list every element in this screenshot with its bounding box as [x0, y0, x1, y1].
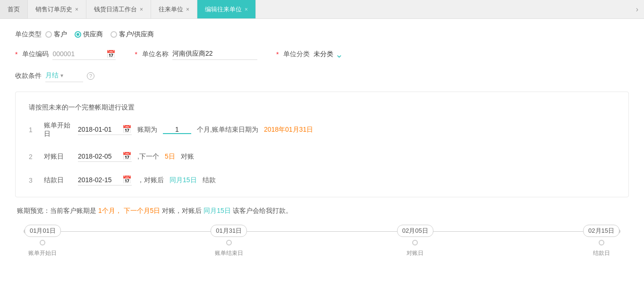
period-desc-1-pre: 账期为 — [137, 126, 157, 134]
period-date-1-input[interactable] — [78, 126, 120, 133]
period-desc-2-post: 对账 — [181, 152, 194, 161]
radio-customer-circle — [45, 31, 52, 38]
unit-name-input[interactable] — [172, 48, 257, 60]
tl-dot-3 — [412, 240, 418, 245]
preview-part1: 1个月， — [98, 207, 122, 214]
tab-more-button[interactable]: › — [630, 0, 644, 18]
payment-help-icon[interactable]: ? — [87, 72, 94, 80]
tab-sales-history[interactable]: 销售订单历史 × — [28, 0, 86, 18]
unit-code-input-wrap: 📅 — [52, 48, 116, 60]
tl-label-1: 账单开始日 — [28, 249, 57, 257]
period-date-3-input[interactable] — [78, 176, 120, 184]
tl-badge-1: 01月01日 — [25, 225, 61, 237]
unit-class-group: * 单位分类 未分类 ⌄ — [276, 49, 343, 60]
period-settings-box: 请按照未来的一个完整帐期进行设置 1 账单开始日 📅 账期为 个月,账单结束日期… — [15, 92, 629, 197]
preview-suffix: 该客户会给我打款。 — [233, 207, 292, 214]
tl-badge-3: 02月05日 — [397, 225, 433, 237]
tl-point-3: 02月05日 对账日 — [397, 225, 433, 257]
tl-point-4: 02月15日 结款日 — [583, 225, 619, 257]
period-num-2: 2 — [29, 153, 38, 160]
tl-label-4: 结款日 — [593, 249, 610, 257]
unit-class-arrow: ⌄ — [335, 49, 343, 60]
period-desc-3-post: 结款 — [203, 176, 216, 185]
timeline-line-container: 01月01日 账单开始日 01月31日 账单结束日 02月05日 对账日 02月… — [25, 225, 619, 257]
radio-customer[interactable]: 客户 — [45, 30, 67, 39]
unit-code-icon[interactable]: 📅 — [106, 50, 116, 59]
tl-point-2: 01月31日 账单结束日 — [211, 225, 247, 257]
period-desc-1-post: 个月,账单结束日期为 — [197, 126, 258, 134]
tl-dot-4 — [599, 240, 604, 245]
unit-name-star: * — [135, 51, 137, 58]
tab-cash-work[interactable]: 钱货日清工作台 × — [86, 0, 151, 18]
period-date-3-cal[interactable]: 📅 — [122, 175, 132, 184]
unit-name-label: 单位名称 — [142, 50, 169, 59]
tl-badge-2: 01月31日 — [211, 225, 247, 237]
timeline: 01月01日 账单开始日 01月31日 账单结束日 02月05日 对账日 02月… — [15, 225, 629, 257]
period-row-2: 2 对账日 📅 ,下一个 5日 对账 — [29, 152, 615, 162]
radio-supplier-circle — [75, 31, 81, 38]
tl-point-1: 01月01日 账单开始日 — [25, 225, 61, 257]
preview-text: 账期预览：当前客户账期是 1个月， 下一个月5日 对账，对账后 同月15日 该客… — [15, 207, 629, 215]
tl-dot-2 — [226, 240, 232, 245]
radio-supplier[interactable]: 供应商 — [75, 30, 103, 39]
period-date-2-input[interactable] — [78, 152, 120, 160]
period-label-1: 账单开始日 — [44, 121, 72, 138]
period-months-input[interactable] — [163, 126, 191, 134]
unit-type-label: 单位类型 — [15, 30, 42, 39]
unit-class-select[interactable]: 未分类 ⌄ — [314, 49, 343, 60]
period-num-1: 1 — [29, 126, 38, 134]
unit-class-value: 未分类 — [314, 50, 333, 59]
tab-cash-work-close[interactable]: × — [140, 6, 143, 13]
tab-edit-partner-label: 编辑往来单位 — [205, 5, 242, 14]
tl-dot-1 — [40, 240, 45, 245]
unit-code-star: * — [15, 51, 17, 58]
tab-edit-partner[interactable]: 编辑往来单位 × — [197, 0, 256, 18]
timeline-points: 01月01日 账单开始日 01月31日 账单结束日 02月05日 对账日 02月… — [25, 225, 619, 257]
tab-sales-history-close[interactable]: × — [75, 6, 78, 13]
tab-cash-work-label: 钱货日清工作台 — [94, 5, 137, 14]
radio-both-label: 客户/供应商 — [119, 30, 154, 39]
tab-home[interactable]: 首页 — [0, 0, 28, 18]
unit-code-input[interactable] — [52, 48, 104, 59]
radio-customer-label: 客户 — [54, 30, 67, 39]
period-date-2-wrap: 📅 — [78, 152, 132, 162]
period-desc-2-highlight: 5日 — [165, 152, 175, 161]
unit-code-label: 单位编码 — [22, 50, 49, 59]
tab-partner-units-label: 往来单位 — [159, 5, 183, 14]
period-row-1: 1 账单开始日 📅 账期为 个月,账单结束日期为 2018年01月31日 — [29, 121, 615, 138]
tab-partner-units[interactable]: 往来单位 × — [151, 0, 197, 18]
period-date-3-wrap: 📅 — [78, 175, 132, 186]
period-date-1-cal[interactable]: 📅 — [122, 125, 132, 134]
period-end-date-highlight: 2018年01月31日 — [264, 126, 313, 134]
tl-label-3: 对账日 — [407, 249, 424, 257]
tab-home-label: 首页 — [8, 5, 20, 14]
period-label-3: 结款日 — [44, 176, 72, 185]
preview-part3: 同月15日 — [203, 207, 231, 214]
payment-cond-value: 月结 — [45, 71, 59, 80]
payment-cond-select[interactable]: 月结 ▾ — [45, 69, 83, 82]
period-row-3: 3 结款日 📅 ，对账后 同月15日 结款 — [29, 175, 615, 186]
period-date-2-cal[interactable]: 📅 — [122, 152, 132, 160]
period-num-3: 3 — [29, 177, 38, 184]
unit-code-group: * 单位编码 📅 — [15, 48, 116, 60]
tab-partner-units-close[interactable]: × — [186, 6, 189, 13]
tl-badge-4: 02月15日 — [583, 225, 619, 237]
period-title: 请按照未来的一个完整帐期进行设置 — [29, 103, 615, 112]
unit-class-label: 单位分类 — [283, 50, 310, 59]
preview-part2: 下一个月5日 — [124, 207, 161, 214]
radio-supplier-label: 供应商 — [83, 30, 103, 39]
payment-cond-arrow: ▾ — [60, 72, 63, 79]
radio-both[interactable]: 客户/供应商 — [110, 30, 154, 39]
payment-cond-label: 收款条件 — [15, 72, 42, 80]
unit-type-row: 单位类型 客户 供应商 客户/供应商 — [15, 30, 629, 39]
unit-type-group: 单位类型 客户 供应商 客户/供应商 — [15, 30, 154, 39]
radio-both-circle — [110, 31, 117, 38]
period-date-1-wrap: 📅 — [78, 125, 132, 135]
unit-name-group: * 单位名称 — [135, 48, 257, 60]
tl-label-2: 账单结束日 — [215, 249, 243, 257]
period-desc-2-pre: ,下一个 — [137, 152, 159, 161]
main-content: 单位类型 客户 供应商 客户/供应商 * 单位编码 — [0, 19, 644, 287]
preview-mid: 对账，对账后 — [162, 207, 202, 214]
tab-edit-partner-close[interactable]: × — [245, 6, 248, 13]
preview-prefix: 账期预览：当前客户账期是 — [17, 207, 96, 214]
